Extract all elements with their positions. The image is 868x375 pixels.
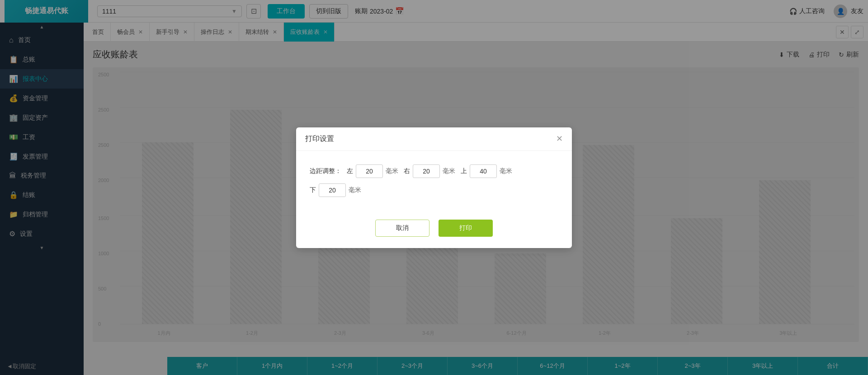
right-direction-label: 右 bbox=[404, 167, 410, 175]
left-unit: 毫米 bbox=[386, 167, 398, 175]
margin-label: 边距调整： bbox=[310, 167, 341, 175]
bottom-unit: 毫米 bbox=[349, 186, 361, 194]
bottom-direction-label: 下 bbox=[310, 186, 316, 194]
modal-overlay: 打印设置 ✕ 边距调整： 左 毫米 右 毫米 上 毫米 bbox=[0, 0, 868, 375]
modal-body: 边距调整： 左 毫米 右 毫米 上 毫米 下 bbox=[296, 151, 572, 211]
confirm-print-button[interactable]: 打印 bbox=[439, 220, 493, 237]
cancel-button[interactable]: 取消 bbox=[375, 220, 429, 237]
margin-top-input[interactable] bbox=[470, 164, 497, 178]
modal-title: 打印设置 bbox=[305, 134, 334, 144]
margin-bottom-group: 下 毫米 bbox=[310, 183, 361, 197]
left-direction-label: 左 bbox=[347, 167, 353, 175]
print-settings-modal: 打印设置 ✕ 边距调整： 左 毫米 右 毫米 上 毫米 bbox=[296, 127, 572, 248]
margin-left-input[interactable] bbox=[356, 164, 383, 178]
modal-footer: 取消 打印 bbox=[296, 211, 572, 248]
margin-bottom-input[interactable] bbox=[319, 183, 346, 197]
margin-right-group: 右 毫米 bbox=[404, 164, 455, 178]
margin-top-group: 上 毫米 bbox=[461, 164, 512, 178]
modal-header: 打印设置 ✕ bbox=[296, 127, 572, 151]
modal-close-button[interactable]: ✕ bbox=[556, 135, 563, 143]
margin-row: 边距调整： 左 毫米 右 毫米 上 毫米 下 bbox=[310, 164, 558, 197]
margin-left-group: 左 毫米 bbox=[347, 164, 398, 178]
top-unit: 毫米 bbox=[500, 167, 512, 175]
top-direction-label: 上 bbox=[461, 167, 467, 175]
right-unit: 毫米 bbox=[443, 167, 455, 175]
margin-right-input[interactable] bbox=[413, 164, 440, 178]
